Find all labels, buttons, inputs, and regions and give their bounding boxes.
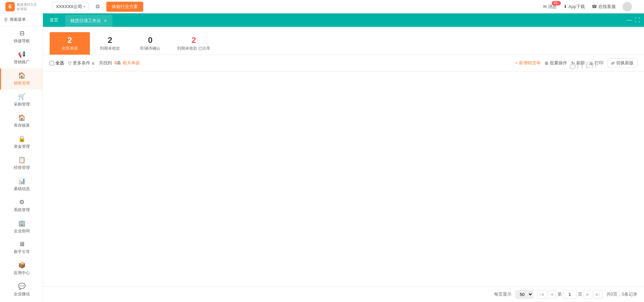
batch-operation-button[interactable]: ⊞ 批量操作	[545, 60, 567, 66]
sidebar-item-wechat[interactable]: 💬 企业微信	[0, 279, 43, 300]
tabs-minimize-icon[interactable]: —	[627, 17, 632, 23]
select-all-label: 全选	[55, 60, 64, 66]
settings-button[interactable]: ⚙	[93, 2, 102, 11]
refresh-button[interactable]: ↻ 刷新	[571, 60, 585, 66]
app-download-button[interactable]: ⬇ App下载	[564, 4, 585, 10]
print-icon: 🖨	[589, 61, 593, 66]
sidebar-item-quick-nav[interactable]: ⊟ 快捷导航	[0, 26, 43, 47]
service-icon: ☎	[592, 4, 597, 9]
operations-icon: 📋	[18, 156, 25, 164]
sidebar-item-marketing[interactable]: 📢 营销推广	[0, 47, 43, 68]
sidebar-label-inventory: 库存核算	[14, 123, 30, 128]
batch-icon: ⊞	[545, 61, 548, 66]
filter-label: 更多条件	[73, 60, 90, 66]
stat-tab-shipped[interactable]: 2 到期未收款 已出库	[170, 32, 217, 55]
basic-info-icon: 📊	[18, 177, 25, 185]
marketing-icon: 📢	[18, 51, 25, 58]
app-version: 标准版	[17, 7, 37, 11]
found-link[interactable]: 相关单据	[122, 60, 140, 65]
table-area	[43, 71, 644, 286]
stat-count-all: 2	[56, 36, 83, 45]
sidebar-label-guide: 新手引导	[14, 249, 30, 255]
topbar-right: ✉ 消息 99+ ⬇ App下载 ☎ 在线客服	[543, 2, 639, 11]
message-button[interactable]: ✉ 消息 99+	[543, 4, 557, 10]
app-center-icon: 📦	[18, 261, 25, 269]
sidebar-item-guide[interactable]: 🖥 新手引导	[0, 237, 43, 258]
filter-button[interactable]: ▽ 更多条件 ∨	[68, 60, 95, 66]
app-name: 畅捷通好生意	[17, 2, 37, 7]
quick-nav-icon: ⊟	[19, 29, 24, 37]
message-badge: 99+	[552, 1, 561, 5]
message-icon: ✉	[543, 4, 547, 9]
last-page-button[interactable]: ▶|	[594, 290, 602, 299]
page-input[interactable]	[563, 290, 577, 299]
filter-icon: ▽	[68, 61, 71, 66]
system-icon: ⚙	[19, 198, 24, 206]
first-page-button[interactable]: |◀	[537, 290, 546, 299]
sidebar-label-sales: 销售管理	[14, 80, 30, 86]
tab-cash-work[interactable]: 钱货日清工作台 ✕	[65, 15, 112, 27]
sidebar-item-operations[interactable]: 📋 经营管理	[0, 153, 43, 174]
sidebar-item-system[interactable]: ⚙ 系统管理	[0, 195, 43, 216]
refresh-icon: ↻	[571, 61, 575, 66]
company-name: XXXXXX公司	[56, 4, 82, 10]
online-service-label: 在线客服	[598, 4, 616, 10]
page-label: 第	[557, 291, 562, 297]
print-button[interactable]: 🖨 打印	[589, 60, 603, 66]
sidebar-item-cooperation[interactable]: 🏢 企业协同	[0, 216, 43, 237]
sidebar-item-sales[interactable]: 🏠 销售管理	[0, 68, 43, 89]
add-sales-order-button[interactable]: + 新增销货单	[515, 60, 541, 66]
stat-count-shipped: 2	[177, 36, 210, 45]
tab-close-icon[interactable]: ✕	[104, 18, 107, 23]
inventory-icon: 🏠	[18, 114, 25, 121]
stat-tab-overdue[interactable]: 2 到期未收款	[90, 32, 130, 55]
stat-label-overdue: 到期未收款	[97, 46, 123, 51]
sidebar-item-inventory[interactable]: 🏠 库存核算	[0, 111, 43, 132]
logo-area: 6 畅捷通好生意 标准版	[5, 2, 48, 11]
tab-label: 钱货日清工作台	[70, 18, 101, 24]
toolbar-right: + 新增销货单 ⊞ 批量操作 ↻ 刷新 🖨 打印 ⇄	[515, 58, 637, 68]
switch-label: 切换新版	[616, 60, 634, 66]
avatar[interactable]	[623, 2, 632, 11]
sidebar-item-finance[interactable]: 🔒 资金管理	[0, 132, 43, 153]
prev-page-button[interactable]: ◀	[547, 290, 556, 299]
app-download-label: App下载	[569, 4, 585, 10]
tab-home[interactable]: 首页	[43, 13, 65, 27]
cooperation-icon: 🏢	[18, 220, 25, 227]
page-size-select[interactable]: 50	[516, 290, 533, 299]
sales-icon: 🏠	[18, 72, 25, 79]
stat-tab-all[interactable]: 2 全部单据	[50, 32, 90, 55]
topbar-left: 6 畅捷通好生意 标准版 XXXXXX公司 ▾ ⚙ 体验行业方案	[5, 2, 143, 12]
stats-tabs: 2 全部单据 2 到期未收款 0 旺辅待确认 2 到期未收款 已出库	[43, 27, 644, 55]
select-all-checkbox[interactable]: 全选	[50, 60, 64, 66]
company-selector[interactable]: XXXXXX公司 ▾	[52, 2, 89, 11]
next-page-button[interactable]: ▶	[584, 290, 592, 299]
topbar: 6 畅捷通好生意 标准版 XXXXXX公司 ▾ ⚙ 体验行业方案 ✉ 消息 99…	[0, 0, 644, 13]
sidebar-item-basic-info[interactable]: 📊 基础信息	[0, 174, 43, 195]
search-label: 搜索菜单	[10, 17, 26, 22]
sidebar-search[interactable]: ☰ 搜索菜单	[0, 13, 43, 26]
switch-version-button[interactable]: ⇄ 切换新版	[607, 58, 637, 68]
sidebar-label-quick-nav: 快捷导航	[14, 38, 30, 44]
logo-icon: 6	[5, 2, 15, 11]
sidebar-item-purchase[interactable]: 🛒 采购管理	[0, 89, 43, 111]
sidebar-item-app-center[interactable]: 📦 应用中心	[0, 258, 43, 279]
tabs-maximize-icon[interactable]: ⛶	[635, 17, 640, 23]
toolbar-left: 全选 ▽ 更多条件 ∨ 共找到 0条 相关单据	[50, 60, 510, 66]
select-all-input[interactable]	[50, 61, 54, 65]
search-icon: ☰	[4, 17, 8, 22]
sidebar-label-finance: 资金管理	[14, 144, 30, 149]
sidebar: ☰ 搜索菜单 ⊟ 快捷导航 📢 营销推广 🏠 销售管理 🛒 采购管理 🏠 库存核…	[0, 13, 43, 302]
stat-tab-pending[interactable]: 0 旺辅待确认	[130, 32, 170, 55]
main-layout: ☰ 搜索菜单 ⊟ 快捷导航 📢 营销推广 🏠 销售管理 🛒 采购管理 🏠 库存核…	[0, 13, 644, 302]
sidebar-item-member[interactable]: V 畅会员	[0, 300, 43, 302]
online-service-button[interactable]: ☎ 在线客服	[592, 4, 616, 10]
sidebar-label-basic-info: 基础信息	[14, 186, 30, 192]
sidebar-label-operations: 经营管理	[14, 165, 30, 171]
logo-text: 畅捷通好生意 标准版	[17, 2, 37, 11]
tabs-actions: — ⛶	[627, 13, 644, 27]
page-nav: |◀ ◀ 第 页 ▶ ▶|	[537, 290, 602, 299]
trial-button[interactable]: 体验行业方案	[106, 2, 143, 12]
chevron-down-icon: ▾	[84, 5, 85, 8]
refresh-label: 刷新	[576, 60, 585, 66]
